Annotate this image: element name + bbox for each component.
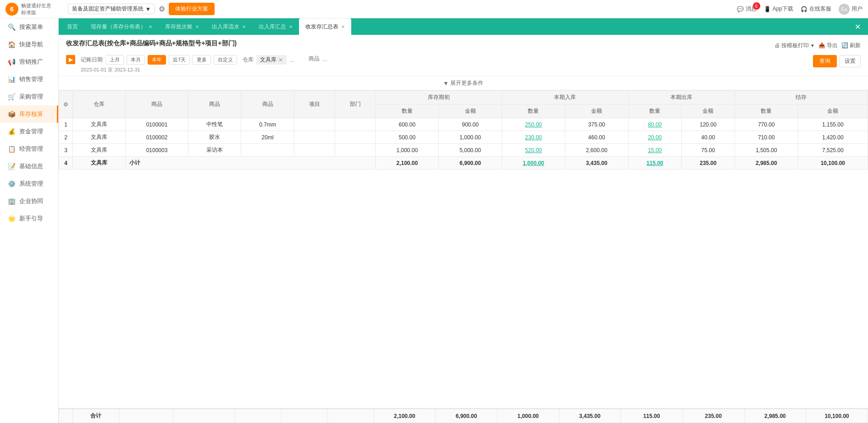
tab-close-stock-dist[interactable]: ✕ (149, 24, 152, 29)
home-icon: 🏠 (7, 41, 16, 48)
sidebar-item-operation[interactable]: 📋 经营管理 (0, 140, 58, 158)
money-icon: 💰 (7, 128, 16, 135)
phone-icon: 📱 (764, 6, 771, 12)
app-download-item[interactable]: 📱 App下载 (764, 5, 793, 13)
tab-close-batch[interactable]: ✕ (195, 24, 199, 29)
settings-button[interactable]: 设置 (840, 55, 861, 67)
date-btn-this-month[interactable]: 本月 (127, 55, 145, 65)
expand-icon: ▼ (443, 80, 449, 87)
cell-goods-spec: 0.7mm (241, 118, 294, 131)
sidebar-item-finance[interactable]: 💰 资金管理 (0, 123, 58, 140)
filter-expand-btn[interactable]: ▶ (66, 55, 75, 64)
query-button[interactable]: 查询 (813, 55, 837, 67)
sidebar-item-search[interactable]: 🔍 搜索菜单 (0, 18, 58, 36)
cell-opening-qty: 1,000.00 (376, 144, 439, 157)
date-range: 2023-01-01 至 2023-12-31 (81, 66, 237, 73)
cell-balance-qty: 770.00 (735, 118, 798, 131)
user-item[interactable]: Ea 用户 (839, 4, 862, 15)
tab-home[interactable]: 首页 (61, 18, 84, 35)
sidebar-item-purchase[interactable]: 🛒 采购管理 (0, 88, 58, 105)
export-icon: 📤 (818, 42, 825, 49)
export-btn[interactable]: 📤 导出 (818, 42, 838, 49)
cell-subtotal-balance-qty: 2,985.00 (735, 157, 798, 170)
tab-close-recv-send[interactable]: ✕ (341, 24, 345, 29)
online-service-item[interactable]: 🎧 在线客服 (801, 5, 831, 13)
refresh-btn[interactable]: 🔄 刷新 (841, 42, 861, 49)
th-settings[interactable]: ⚙ (59, 91, 73, 118)
cell-dept (335, 118, 376, 131)
tab-batch-account[interactable]: 库存批次账 ✕ (159, 18, 205, 35)
main-layout: 🔍 搜索菜单 🏠 快捷导航 📢 营销推广 📊 销售管理 🛒 采购管理 📦 库存核… (0, 18, 868, 423)
date-btn-custom[interactable]: 自定义 (214, 55, 237, 65)
tab-bar-close-btn[interactable]: ✕ (849, 22, 866, 31)
sidebar-item-inventory[interactable]: 📦 库存核算 (0, 105, 58, 123)
th-balance-amount: 金额 (798, 104, 868, 118)
sidebar-item-basic-info[interactable]: 📝 基础信息 (0, 158, 58, 175)
tab-close-inout-flow[interactable]: ✕ (242, 24, 246, 29)
goods-more[interactable]: ... (322, 56, 327, 62)
messages-item[interactable]: 💬 消息 6 (737, 5, 757, 13)
total-label: 合计 (73, 409, 119, 423)
top-header: 6 畅捷通好生意 标准版 装备及固定资产辅助管理系统 ▼ ⚙ 体验行业方案 💬 … (0, 0, 868, 18)
cell-subtotal-label: 小计 (125, 157, 376, 170)
th-group-in: 本期入库 (502, 91, 629, 104)
tab-stock-dist[interactable]: 现存量（库存分布表） ✕ (84, 18, 159, 35)
print-template-btn[interactable]: 🖨 按模板打印 ▼ (774, 42, 815, 49)
cell-balance-amount: 1,155.00 (798, 118, 868, 131)
box-icon: 📦 (7, 110, 16, 118)
settings-icon[interactable]: ⚙ (159, 5, 165, 13)
search-icon: 🔍 (7, 23, 16, 31)
total-balance-amount: 10,100.00 (806, 409, 868, 423)
cell-out-qty[interactable]: 20.00 (628, 131, 681, 144)
gear-icon: ⚙️ (7, 180, 16, 187)
total-out-qty: 115.00 (621, 409, 683, 423)
date-btn-prev-month[interactable]: 上月 (105, 55, 124, 65)
tab-inout-summary[interactable]: 出入库汇总 ✕ (252, 18, 299, 35)
th-out-amount: 金额 (681, 104, 735, 118)
total-balance-qty: 2,985.00 (744, 409, 806, 423)
sidebar-item-enterprise[interactable]: 🏢 企业协同 (0, 192, 58, 210)
system-selector[interactable]: 装备及固定资产辅助管理系统 ▼ (68, 4, 155, 14)
megaphone-icon: 📢 (7, 58, 16, 66)
cell-subtotal-opening-amount: 6,900.00 (439, 157, 502, 170)
total-in-qty: 1,000.00 (497, 409, 559, 423)
date-btn-this-year[interactable]: 本年 (148, 55, 166, 65)
cell-out-qty[interactable]: 80.00 (628, 118, 681, 131)
cell-in-qty[interactable]: 230.00 (502, 131, 565, 144)
cell-in-qty[interactable]: 520.00 (502, 144, 565, 157)
sidebar-item-marketing[interactable]: 📢 营销推广 (0, 53, 58, 71)
avatar: Ea (839, 4, 850, 15)
printer-icon: 🖨 (774, 42, 780, 49)
date-label: 记账日期 (81, 56, 103, 64)
tab-bar: 首页 现存量（库存分布表） ✕ 库存批次账 ✕ 出入库流水 ✕ 出入库汇总 ✕ … (59, 18, 868, 35)
warehouse-tag-close[interactable]: ✕ (278, 57, 283, 63)
expand-conditions-btn[interactable]: ▼ 展开更多条件 (59, 77, 868, 90)
cell-out-qty[interactable]: 15.00 (628, 144, 681, 157)
document-icon: 📝 (7, 163, 16, 170)
cell-subtotal-out-qty[interactable]: 115.00 (628, 157, 681, 170)
cell-dept (335, 144, 376, 157)
sidebar-item-guide[interactable]: 🌟 新手引导 (0, 210, 58, 227)
trial-button[interactable]: 体验行业方案 (169, 3, 215, 15)
total-empty-1 (59, 409, 73, 423)
sidebar-item-quick-nav[interactable]: 🏠 快捷导航 (0, 36, 58, 53)
cell-subtotal-in-qty[interactable]: 1,000.00 (502, 157, 565, 170)
cell-goods-code: 0100002 (125, 131, 188, 144)
warehouse-more[interactable]: ... (289, 57, 294, 63)
message-icon: 💬 (737, 6, 744, 12)
warehouse-label: 仓库 (243, 56, 254, 64)
tab-inout-flow[interactable]: 出入库流水 ✕ (205, 18, 252, 35)
cell-rownum: 3 (59, 144, 73, 157)
th-goods-name: 商品 (188, 91, 241, 118)
date-btn-7days[interactable]: 近7天 (169, 55, 190, 65)
cell-in-amount: 460.00 (565, 131, 628, 144)
cell-goods-name: 胶水 (188, 131, 241, 144)
date-btn-more[interactable]: 更多 (193, 55, 211, 65)
tab-close-inout-summary[interactable]: ✕ (289, 24, 293, 29)
sidebar-item-system[interactable]: ⚙️ 系统管理 (0, 175, 58, 192)
cell-out-amount: 120.00 (681, 118, 735, 131)
sidebar-item-sales[interactable]: 📊 销售管理 (0, 71, 58, 88)
page-title: 收发存汇总表(按仓库+商品编码+商品+规格型号+项目+部门) (66, 39, 237, 48)
cell-in-qty[interactable]: 250.00 (502, 118, 565, 131)
tab-recv-send-summary[interactable]: 收发存汇总表 ✕ (299, 18, 351, 35)
